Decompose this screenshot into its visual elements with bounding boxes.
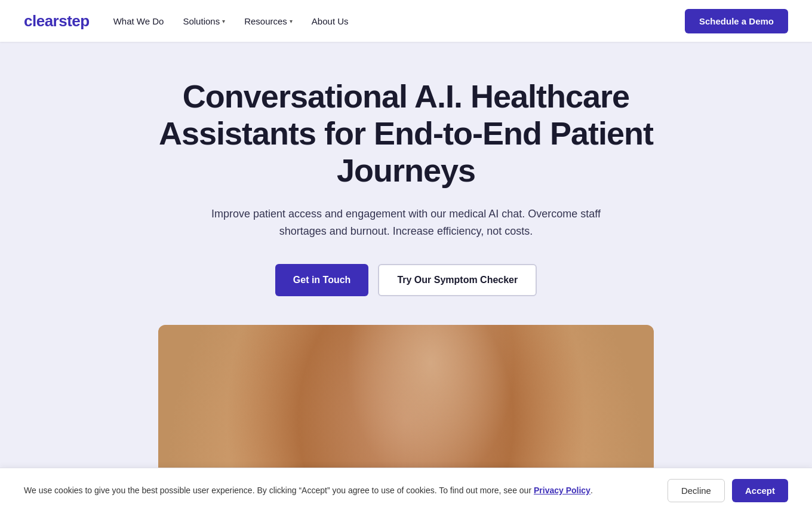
- cookie-message: We use cookies to give you the best poss…: [24, 484, 656, 497]
- nav-link-what-we-do[interactable]: What We Do: [113, 16, 164, 26]
- chevron-down-icon: ▾: [290, 18, 293, 24]
- hero-title: Conversational A.I. Healthcare Assistant…: [137, 78, 675, 189]
- privacy-policy-link[interactable]: Privacy Policy: [534, 486, 590, 495]
- schedule-demo-button[interactable]: Schedule a Demo: [685, 9, 788, 33]
- nav-item-what-we-do[interactable]: What We Do: [113, 16, 164, 26]
- try-symptom-checker-button[interactable]: Try Our Symptom Checker: [378, 264, 537, 296]
- cookie-banner: We use cookies to give you the best poss…: [0, 468, 812, 513]
- hero-subtitle: Improve patient access and engagement wi…: [197, 205, 615, 240]
- nav-left: clearstep What We Do Solutions ▾ Resourc…: [24, 12, 349, 30]
- navigation: clearstep What We Do Solutions ▾ Resourc…: [0, 0, 812, 42]
- hero-buttons: Get in Touch Try Our Symptom Checker: [12, 264, 800, 296]
- nav-item-about-us[interactable]: About Us: [312, 16, 349, 26]
- hero-section: Conversational A.I. Healthcare Assistant…: [0, 42, 812, 513]
- get-in-touch-button[interactable]: Get in Touch: [275, 264, 369, 296]
- nav-link-about-us[interactable]: About Us: [312, 16, 349, 26]
- accept-cookies-button[interactable]: Accept: [732, 479, 788, 502]
- decline-cookies-button[interactable]: Decline: [668, 479, 725, 502]
- chevron-down-icon: ▾: [222, 18, 225, 24]
- cookie-action-buttons: Decline Accept: [668, 479, 788, 502]
- nav-link-solutions[interactable]: Solutions ▾: [183, 16, 225, 26]
- nav-item-resources[interactable]: Resources ▾: [244, 16, 293, 26]
- brand-logo[interactable]: clearstep: [24, 12, 90, 30]
- nav-links: What We Do Solutions ▾ Resources ▾ About…: [113, 16, 349, 26]
- nav-item-solutions[interactable]: Solutions ▾: [183, 16, 225, 26]
- nav-link-resources[interactable]: Resources ▾: [244, 16, 293, 26]
